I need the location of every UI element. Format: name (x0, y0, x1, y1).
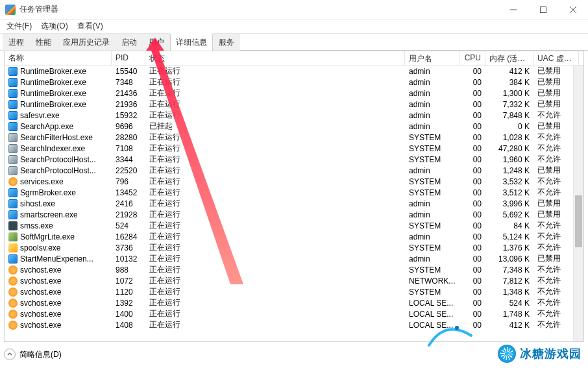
process-status: 正在运行 (145, 176, 405, 187)
process-row[interactable]: smartscreen.exe21928正在运行admin005,692 K已禁… (5, 209, 583, 220)
process-row[interactable]: smss.exe524正在运行SYSTEM0084 K不允许 (5, 220, 583, 231)
process-uac: 已禁用 (533, 99, 579, 110)
process-icon (8, 254, 18, 264)
process-uac: 已禁用 (533, 66, 579, 77)
menu-file[interactable]: 文件(F) (3, 19, 36, 33)
process-row[interactable]: svchost.exe988正在运行SYSTEM007,348 K不允许 (5, 264, 583, 275)
process-icon (8, 78, 18, 87)
process-mem: 1,376 K (485, 243, 533, 252)
process-mem: 47,280 K (485, 144, 533, 153)
process-row[interactable]: SearchProtocolHost...22520正在运行admin001,2… (5, 165, 583, 176)
fewer-details-link[interactable]: 简略信息(D) (19, 349, 62, 360)
process-user: SYSTEM (405, 265, 459, 275)
process-row[interactable]: SearchFilterHost.exe28280正在运行SYSTEM001,0… (5, 132, 583, 143)
process-uac: 不允许 (533, 220, 579, 231)
process-row[interactable]: svchost.exe1392正在运行LOCAL SE...00524 K不允许 (5, 297, 583, 308)
process-row[interactable]: RuntimeBroker.exe7348正在运行admin00384 K已禁用 (5, 77, 583, 88)
process-name: StartMenuExperien... (20, 254, 93, 264)
vertical-scrollbar[interactable] (573, 66, 583, 341)
title-bar: 任务管理器 (0, 0, 588, 19)
process-name: RuntimeBroker.exe (20, 100, 86, 109)
minimize-button[interactable] (498, 0, 528, 19)
process-pid: 7348 (112, 78, 145, 87)
scroll-thumb[interactable] (575, 195, 582, 247)
tab-3[interactable]: 启动 (116, 34, 143, 51)
process-icon (8, 210, 18, 219)
process-user: SYSTEM (405, 144, 459, 153)
process-row[interactable]: svchost.exe1408正在运行LOCAL SE...00412 K不允许 (5, 319, 583, 330)
process-status: 正在运行 (145, 308, 405, 319)
process-row[interactable]: sihost.exe2416正在运行admin003,996 K已禁用 (5, 198, 583, 209)
watermark: 冰糖游戏园 (498, 345, 582, 363)
process-uac: 不允许 (533, 231, 579, 242)
process-icon (8, 221, 18, 230)
process-cpu: 00 (459, 254, 485, 264)
maximize-button[interactable] (528, 0, 558, 19)
col-user[interactable]: 用户名 (405, 51, 459, 65)
process-pid: 28280 (112, 133, 145, 142)
process-icon (8, 299, 18, 308)
process-row[interactable]: svchost.exe1120正在运行SYSTEM001,348 K不允许 (5, 286, 583, 297)
process-mem: 524 K (485, 299, 533, 308)
process-icon (8, 133, 18, 142)
process-row[interactable]: spoolsv.exe3736正在运行SYSTEM001,376 K不允许 (5, 242, 583, 253)
process-pid: 21936 (112, 100, 145, 109)
process-name: safesvr.exe (20, 111, 60, 120)
collapse-icon[interactable] (4, 349, 16, 360)
process-user: SYSTEM (405, 188, 459, 197)
process-uac: 不允许 (533, 264, 579, 275)
process-rows: RuntimeBroker.exe15540正在运行admin00412 K已禁… (5, 66, 583, 330)
tab-6[interactable]: 服务 (213, 34, 240, 51)
process-status: 正在运行 (145, 220, 405, 231)
process-row[interactable]: RuntimeBroker.exe21936正在运行admin007,332 K… (5, 99, 583, 110)
process-cpu: 00 (459, 177, 485, 186)
close-button[interactable] (558, 0, 588, 19)
process-pid: 3344 (112, 155, 145, 164)
process-user: LOCAL SE... (405, 299, 459, 308)
process-row[interactable]: svchost.exe1400正在运行LOCAL SE...001,748 K不… (5, 308, 583, 319)
process-pid: 2416 (112, 199, 145, 208)
process-row[interactable]: SoftMgrLite.exe16284正在运行admin005,124 K不允… (5, 231, 583, 242)
col-name[interactable]: 名称 (5, 51, 112, 65)
process-name: smartscreen.exe (20, 210, 78, 219)
col-status[interactable]: 状态 (145, 51, 405, 65)
tab-1[interactable]: 性能 (30, 34, 57, 51)
process-icon (8, 288, 18, 297)
tab-4[interactable]: 用户 (143, 34, 170, 51)
process-row[interactable]: SearchApp.exe9696已挂起admin000 K已禁用 (5, 121, 583, 132)
process-icon (8, 243, 18, 252)
process-cpu: 00 (459, 321, 485, 330)
col-uac[interactable]: UAC 虚拟化 (533, 51, 579, 65)
watermark-icon (498, 345, 516, 363)
process-pid: 21436 (112, 89, 145, 98)
process-row[interactable]: RuntimeBroker.exe15540正在运行admin00412 K已禁… (5, 66, 583, 77)
process-row[interactable]: RuntimeBroker.exe21436正在运行admin001,300 K… (5, 88, 583, 99)
process-icon (8, 100, 18, 109)
process-row[interactable]: safesvr.exe15932正在运行admin007,848 K不允许 (5, 110, 583, 121)
process-row[interactable]: SgrmBroker.exe13452正在运行SYSTEM003,512 K不允… (5, 187, 583, 198)
menu-options[interactable]: 选项(O) (37, 19, 71, 33)
process-row[interactable]: SearchIndexer.exe7108正在运行SYSTEM0047,280 … (5, 143, 583, 154)
process-row[interactable]: SearchProtocolHost...3344正在运行SYSTEM001,9… (5, 154, 583, 165)
menu-view[interactable]: 查看(V) (73, 19, 107, 33)
process-cpu: 00 (459, 133, 485, 142)
process-row[interactable]: svchost.exe1072正在运行NETWORK...007,812 K不允… (5, 275, 583, 286)
process-icon (8, 199, 18, 208)
process-row[interactable]: services.exe796正在运行SYSTEM003,532 K不允许 (5, 176, 583, 187)
col-cpu[interactable]: CPU (459, 51, 485, 65)
tab-5[interactable]: 详细信息 (170, 33, 213, 51)
process-mem: 1,748 K (485, 310, 533, 319)
process-pid: 9696 (112, 122, 145, 131)
col-mem[interactable]: 内存 (活动的... (485, 51, 533, 65)
process-icon (8, 89, 18, 98)
process-uac: 已禁用 (533, 165, 579, 176)
process-mem: 1,248 K (485, 166, 533, 175)
footer-bar: 简略信息(D) (4, 345, 584, 364)
process-status: 正在运行 (145, 143, 405, 154)
process-row[interactable]: StartMenuExperien...10132正在运行admin0013,0… (5, 253, 583, 264)
tab-2[interactable]: 应用历史记录 (57, 34, 116, 51)
process-status: 正在运行 (145, 253, 405, 264)
tab-0[interactable]: 进程 (3, 34, 30, 51)
col-pid[interactable]: PID (112, 51, 145, 65)
process-uac: 不允许 (533, 242, 579, 253)
